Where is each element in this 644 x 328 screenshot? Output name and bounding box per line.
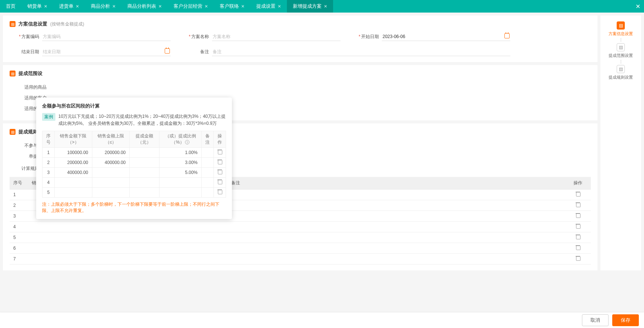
col-remark: 备注 [227, 177, 565, 189]
close-icon[interactable]: ✕ [241, 4, 244, 9]
label-calc-rule: 计算规则 [16, 165, 39, 172]
tab-customer-tier[interactable]: 客户分层经营✕ [168, 0, 214, 13]
tab-label: 进货单 [59, 3, 73, 10]
col-op: 操作 [565, 177, 591, 189]
example-tag: 案例 [42, 113, 55, 121]
close-icon[interactable]: ✕ [158, 4, 162, 9]
delete-icon[interactable] [576, 256, 580, 261]
tab-label: 客户联络 [220, 3, 239, 10]
close-icon[interactable]: ✕ [44, 4, 47, 9]
col-seq: 序号 [10, 177, 28, 189]
label-start-date: *开始日期 [355, 34, 379, 40]
start-date-input[interactable] [382, 33, 510, 41]
connector [621, 60, 621, 64]
table-row: 1100000.00200000.001.00% [42, 148, 226, 158]
delete-icon[interactable] [576, 224, 580, 229]
tab-sales[interactable]: 销货单✕ [21, 0, 53, 13]
section-icon: ▤ [10, 71, 16, 76]
section-icon: ▤ [10, 129, 16, 135]
tooltip-title: 全额参与所在区间段的计算 [42, 103, 226, 109]
remark-input[interactable] [212, 48, 510, 56]
delete-icon[interactable] [217, 189, 222, 194]
example-text: 10万元以下无提成；10~20万元提成比例为1%；20~40万提成比例为3%；4… [58, 113, 226, 127]
tooltip-interval-full: 全额参与所在区间段的计算 案例 10万元以下无提成；10~20万元提成比例为1%… [36, 98, 232, 219]
table-row[interactable]: 6 [10, 243, 591, 254]
col-remark: 备注 [202, 131, 214, 148]
anchor-icon: ▤ [617, 21, 625, 30]
tab-label: 客户分层经营 [174, 3, 202, 10]
tooltip-table: 序号 销售金额下限（>） 销售金额上限（≤） 提成金额（元） （或）提成比例（%… [42, 131, 226, 198]
table-row: 3400000.005.00% [42, 168, 226, 178]
delete-icon[interactable] [217, 160, 222, 164]
table-row[interactable]: 4 [10, 222, 591, 232]
anchor-rules[interactable]: ▤ 提成规则设置 [609, 65, 633, 80]
section-icon: ▤ [10, 21, 16, 27]
anchor-label: 提成范围设置 [609, 53, 633, 58]
col-op: 操作 [213, 131, 226, 148]
tooltip-note: 注：上限必须大于下限；多个阶梯时，下一个阶梯下限要等于前一阶梯上限；不同行之间下… [42, 201, 226, 214]
tab-new-commission-plan[interactable]: 新增提成方案✕ [287, 0, 333, 13]
close-icon[interactable]: ✕ [76, 4, 79, 9]
col-amount: 提成金额（元） [130, 131, 160, 148]
tab-product-analysis-list[interactable]: 商品分析列表✕ [121, 0, 168, 13]
tab-commission-settings[interactable]: 提成设置✕ [250, 0, 287, 13]
tab-purchase[interactable]: 进货单✕ [53, 0, 85, 13]
tab-home[interactable]: 首页 [0, 0, 21, 13]
table-row: 4 [42, 178, 226, 188]
delete-icon[interactable] [217, 150, 222, 154]
anchor-scope[interactable]: ▤ 提成范围设置 [609, 43, 633, 58]
connector [621, 38, 621, 42]
close-icon[interactable]: ✕ [278, 4, 281, 9]
panel-subtitle: (按销售金额提成) [50, 21, 84, 27]
plan-name-input[interactable] [212, 33, 340, 41]
close-icon[interactable]: ✕ [324, 4, 327, 9]
col-seq: 序号 [42, 131, 55, 148]
label-applicable-goods: 适用的商品 [16, 84, 47, 90]
anchor-icon: ▤ [617, 43, 625, 51]
help-icon[interactable]: ? [185, 140, 189, 144]
end-date-input[interactable] [42, 48, 171, 56]
delete-icon[interactable] [576, 235, 580, 239]
label-plan-code: *方案编码 [16, 34, 39, 40]
calendar-icon[interactable] [504, 33, 510, 38]
delete-icon[interactable] [576, 192, 580, 197]
anchor-icon: ▤ [617, 65, 625, 73]
delete-icon[interactable] [576, 245, 580, 250]
table-row: 2200000.00400000.003.00% [42, 158, 226, 168]
tab-label: 提成设置 [256, 3, 275, 10]
tab-label: 新增提成方案 [293, 3, 322, 10]
table-row: 5 [42, 188, 226, 198]
tab-product-analysis[interactable]: 商品分析✕ [85, 0, 121, 13]
tab-customer-contact[interactable]: 客户联络✕ [214, 0, 250, 13]
tab-label: 商品分析 [91, 3, 110, 10]
table-row[interactable]: 7 [10, 254, 591, 264]
panel-title: 方案信息设置 [18, 21, 47, 27]
delete-icon[interactable] [217, 170, 222, 174]
col-ratio: （或）提成比例（%）? [160, 131, 202, 148]
panel-plan-info: ▤ 方案信息设置 (按销售金额提成) *方案编码 *方案名称 *开始日期 [3, 16, 597, 62]
plan-code-input[interactable] [42, 33, 171, 41]
table-row[interactable]: 5 [10, 232, 591, 243]
delete-icon[interactable] [576, 213, 580, 218]
close-icon[interactable]: ✕ [112, 4, 116, 9]
anchor-label: 提成规则设置 [609, 75, 633, 80]
col-upper: 销售金额上限（≤） [92, 131, 130, 148]
panel-title: 提成范围设 [18, 70, 42, 77]
anchor-label: 方案信息设置 [609, 31, 633, 37]
tab-label: 销货单 [27, 3, 42, 10]
col-lower: 销售金额下限（>） [54, 131, 92, 148]
delete-icon[interactable] [217, 180, 222, 184]
calendar-icon[interactable] [165, 48, 170, 54]
close-all-tabs-button[interactable]: ✕ [631, 0, 644, 13]
label-end-date: 结束日期 [16, 49, 39, 55]
anchor-plan-info[interactable]: ▤ 方案信息设置 [609, 21, 633, 37]
label-plan-name: *方案名称 [185, 34, 209, 40]
close-icon[interactable]: ✕ [205, 4, 208, 9]
anchor-nav: ▤ 方案信息设置 ▤ 提成范围设置 ▤ 提成规则设置 [600, 16, 641, 270]
tab-label: 首页 [6, 3, 16, 10]
label-remark: 备注 [185, 49, 209, 55]
tab-label: 商品分析列表 [127, 3, 156, 10]
tabs-bar: 首页 销货单✕ 进货单✕ 商品分析✕ 商品分析列表✕ 客户分层经营✕ 客户联络✕… [0, 0, 644, 13]
delete-icon[interactable] [576, 202, 580, 207]
